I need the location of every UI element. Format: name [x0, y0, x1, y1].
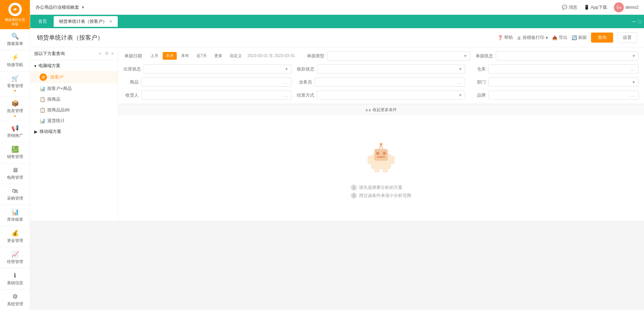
- collapse-panel-icon[interactable]: «: [111, 51, 114, 57]
- brand-input[interactable]: …: [488, 91, 639, 100]
- tab-close-icon[interactable]: ✕: [109, 19, 112, 24]
- message-button[interactable]: 💬 消息: [562, 4, 577, 10]
- left-panel-title: 按以下方案查询: [34, 51, 65, 57]
- filter-row-3: 商品 … 业务员 …: [123, 78, 639, 87]
- print-icon: 🖨: [517, 35, 521, 40]
- sidebar-item-operations[interactable]: 📈 经营管理: [0, 247, 30, 268]
- warehouse-input[interactable]: …: [488, 64, 639, 73]
- doc-type-select[interactable]: ▾: [327, 51, 470, 60]
- doc-status-select[interactable]: ▾: [496, 51, 639, 60]
- sidebar-item-marketing[interactable]: 📢 营销推广: [0, 121, 30, 142]
- tree-item-return-stat[interactable]: 📊 退货统计: [30, 115, 118, 126]
- sidebar-item-sales[interactable]: 💹 销售管理: [0, 142, 30, 163]
- collapse-button[interactable]: ∧∧ 收起更多条件: [118, 104, 644, 115]
- sidebar-item-system[interactable]: ⚙ 系统管理: [0, 290, 30, 310]
- sidebar-item-basic-info[interactable]: ℹ 基础信息: [0, 268, 30, 290]
- topbar-left: 办公用品行业模拟账套 ▾: [36, 4, 84, 10]
- query-label: 查询: [598, 35, 606, 40]
- tab-home[interactable]: 首页: [33, 16, 52, 27]
- sidebar-item-inventory[interactable]: 📊 库存核算: [0, 205, 30, 226]
- sidebar-item-quick-nav[interactable]: ⚡ 快捷导航: [0, 50, 30, 71]
- sidebar-label-wholesale: 批发管理: [7, 108, 23, 114]
- dept-select[interactable]: ▾: [488, 78, 639, 87]
- date-tab-last-month[interactable]: 上月: [147, 52, 161, 60]
- warehouse-dots-icon: …: [630, 66, 635, 71]
- sidebar-item-wholesale[interactable]: 📦 批发管理 ▲: [0, 96, 30, 121]
- svg-rect-2: [374, 149, 388, 161]
- sidebar-label-finance: 资金管理: [7, 238, 23, 244]
- message-label: 消息: [569, 4, 577, 10]
- date-label: 单据日期: [123, 53, 142, 59]
- date-tab-this-year[interactable]: 本年: [178, 52, 192, 60]
- settings-scheme-icon[interactable]: ⊙: [105, 51, 109, 57]
- date-tabs: 上月 本月 本年 近7天 更多: [147, 52, 295, 60]
- add-scheme-icon[interactable]: ＋: [98, 51, 102, 57]
- sidebar-label-system: 系统管理: [7, 301, 23, 307]
- page-header-actions: ❓ 帮助 🖨 按模板打印 ▾ 📤 导出 🔄 刷新 查询: [497, 32, 637, 43]
- tree-item-by-product-99[interactable]: 📋 按商品品99: [30, 105, 118, 115]
- retail-icon: 🛒: [11, 75, 19, 82]
- warehouse-label: 仓库: [471, 66, 486, 72]
- salesperson-input[interactable]: …: [315, 78, 465, 87]
- tree-item-by-product-99-label: 按商品品99: [47, 107, 69, 113]
- content-area: 销货单统计表（按客户） ❓ 帮助 🖨 按模板打印 ▾ 📤 导出 🔄 刷新: [30, 28, 644, 310]
- product-label: 商品: [123, 79, 139, 85]
- app-download-button[interactable]: 📱 App下载: [584, 4, 607, 10]
- product-input[interactable]: …: [141, 78, 291, 87]
- empty-illustration: [361, 136, 401, 176]
- date-tab-7days[interactable]: 近7天: [194, 52, 210, 60]
- tip-num-2: 2: [351, 193, 357, 199]
- query-button[interactable]: 查询: [591, 33, 613, 43]
- tab-sales-stat[interactable]: 销货单统计表（按客户） ✕: [54, 16, 118, 27]
- sidebar-label-purchase: 采购管理: [7, 196, 23, 201]
- sidebar-item-search-menu[interactable]: 🔍 搜索菜单: [0, 29, 30, 50]
- message-icon: 💬: [562, 5, 567, 10]
- sidebar-label-quick-nav: 快捷导航: [7, 62, 23, 68]
- purchase-icon: 🛍: [12, 188, 18, 195]
- user-profile[interactable]: Ea demo2: [614, 2, 639, 12]
- avatar-text: Ea: [617, 5, 621, 9]
- sidebar-item-ecommerce[interactable]: 🖥 电商管理: [0, 163, 30, 184]
- tree-item-by-customer[interactable]: 按 按客户: [30, 71, 118, 83]
- sidebar-item-retail[interactable]: 🛒 零售管理 ▼: [0, 71, 30, 96]
- export-button[interactable]: 📤 导出: [552, 35, 568, 41]
- tree-group-mobile[interactable]: ▶ 移动端方案: [30, 126, 118, 137]
- sidebar-label-ecommerce: 电商管理: [7, 175, 23, 180]
- date-tab-more[interactable]: 更多: [211, 52, 225, 60]
- topbar-dropdown-icon[interactable]: ▾: [82, 5, 84, 10]
- finance-icon: 💰: [11, 229, 19, 237]
- tab-sales-stat-label: 销货单统计表（按客户）: [59, 18, 107, 24]
- sidebar-label-operations: 经营管理: [7, 259, 23, 265]
- print-button[interactable]: 🖨 按模板打印 ▾: [517, 35, 548, 41]
- date-tab-custom[interactable]: 自定义: [227, 52, 245, 60]
- refresh-button[interactable]: 🔄 刷新: [572, 35, 587, 41]
- pay-status-select[interactable]: ▾: [317, 64, 465, 73]
- payment-method-select[interactable]: ▾: [317, 91, 465, 100]
- tree-item-by-product[interactable]: 📋 按商品: [30, 94, 118, 105]
- svg-rect-9: [383, 168, 388, 172]
- help-button[interactable]: ❓ 帮助: [497, 35, 513, 41]
- app-name: 畅捷通好生意: [5, 17, 25, 22]
- tree-group-expand-icon: ▾: [34, 63, 37, 68]
- sidebar-item-finance[interactable]: 💰 资金管理: [0, 226, 30, 247]
- minimize-icon[interactable]: ─: [633, 19, 636, 24]
- receiver-input[interactable]: …: [141, 91, 291, 100]
- date-tab-this-month[interactable]: 本月: [163, 52, 177, 60]
- tree-group-desktop[interactable]: ▾ 电脑端方案: [30, 60, 118, 71]
- date-range-display: 2023-03-01 至 2023-03-31: [248, 53, 295, 59]
- sidebar: 畅捷通好生意 标版 🔍 搜索菜单 ⚡ 快捷导航 🛒 零售管理 ▼ 📦 批发管理 …: [0, 0, 30, 310]
- doc-type-label: 单据类型: [307, 53, 324, 59]
- sidebar-item-purchase[interactable]: 🛍 采购管理: [0, 184, 30, 205]
- tree-item-return-stat-label: 退货统计: [47, 118, 65, 124]
- by-product-99-icon: 📋: [40, 107, 45, 113]
- settings-button[interactable]: 设置: [617, 32, 637, 43]
- tab-home-label: 首页: [38, 18, 47, 24]
- tree-item-by-customer-product[interactable]: 📊 按客户+商品: [30, 83, 118, 94]
- tree-group-mobile-label: 移动端方案: [40, 128, 61, 135]
- tab-window-actions: ─ □: [633, 19, 641, 24]
- out-status-select[interactable]: ▾: [144, 64, 291, 73]
- maximize-icon[interactable]: □: [639, 19, 641, 24]
- by-customer-product-icon: 📊: [40, 86, 45, 91]
- settings-label: 设置: [623, 35, 632, 40]
- ecommerce-icon: 🖥: [12, 167, 18, 174]
